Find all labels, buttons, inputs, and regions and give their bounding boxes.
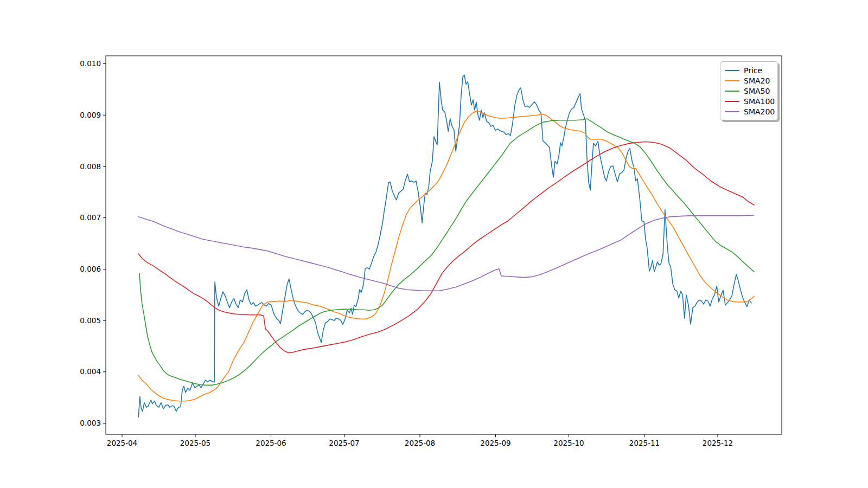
y-tick-label: 0.010 — [80, 59, 101, 68]
y-tick-label: 0.007 — [80, 213, 101, 222]
y-tick-label: 0.004 — [80, 367, 101, 376]
x-tick-label: 2025-10 — [553, 439, 584, 447]
legend-label: SMA20 — [744, 77, 770, 85]
x-tick-label: 2025-05 — [180, 439, 210, 447]
legend: Price SMA20 SMA50 SMA100 SMA200 — [720, 61, 778, 120]
x-tick-label: 2025-08 — [405, 439, 435, 447]
sma100-line — [138, 142, 754, 353]
sma20-line — [138, 111, 754, 401]
legend-label: SMA200 — [744, 108, 775, 115]
x-tick-label: 2025-09 — [480, 439, 510, 447]
sma50-line — [139, 119, 754, 386]
sma20-line-swatch — [725, 80, 739, 81]
x-tick-label: 2025-12 — [703, 439, 733, 447]
legend-label: Price — [744, 67, 762, 74]
price-line-swatch — [725, 70, 739, 71]
sma200-line — [138, 215, 754, 291]
y-tick-label: 0.005 — [80, 316, 101, 325]
legend-label: SMA50 — [744, 87, 770, 95]
legend-item-sma50: SMA50 — [725, 86, 774, 96]
sma50-line-swatch — [725, 91, 739, 92]
y-tick-label: 0.009 — [80, 111, 101, 119]
sma200-line-swatch — [725, 111, 739, 112]
price-line — [138, 75, 751, 417]
x-tick-label: 2025-04 — [107, 439, 137, 447]
legend-label: SMA100 — [744, 98, 775, 105]
chart-figure: 2025-042025-052025-062025-072025-082025-… — [0, 0, 868, 488]
sma100-line-swatch — [725, 101, 739, 102]
legend-item-sma100: SMA100 — [725, 96, 774, 106]
y-tick-label: 0.003 — [80, 419, 101, 427]
y-tick-label: 0.008 — [80, 162, 101, 171]
x-tick-label: 2025-11 — [629, 439, 660, 447]
legend-item-price: Price — [725, 65, 774, 75]
y-tick-label: 0.006 — [80, 265, 101, 273]
x-tick-label: 2025-07 — [329, 439, 359, 447]
legend-item-sma20: SMA20 — [725, 75, 774, 86]
x-tick-label: 2025-06 — [256, 439, 286, 447]
plot-area-frame — [106, 56, 782, 434]
legend-item-sma200: SMA200 — [725, 106, 774, 117]
